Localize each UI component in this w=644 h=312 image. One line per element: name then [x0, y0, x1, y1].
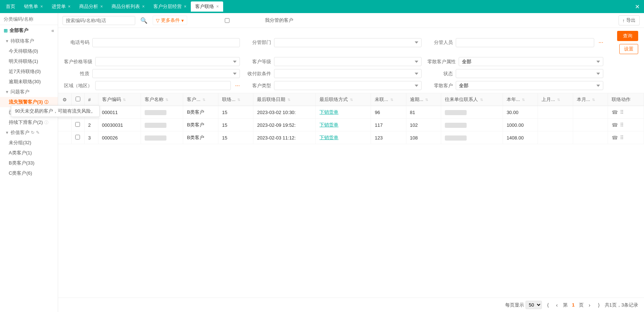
prev-page-button[interactable]: ‹ [554, 301, 560, 309]
row-actions: ☎ ⠿ [608, 106, 644, 119]
tab-goods-analysis[interactable]: 商品分析 × [75, 1, 107, 12]
sidebar-search-input[interactable] [4, 16, 58, 22]
col-overdue[interactable]: 逾期... ⇅ [406, 93, 441, 106]
filter-field-region: 区域（地区） ··· [64, 81, 240, 90]
col-no-contact[interactable]: 未联... ⇅ [371, 93, 406, 106]
sidebar-item-week[interactable]: 近7天待联络(0) [0, 66, 58, 77]
customer-type-select[interactable] [274, 81, 422, 90]
sidebar-group-churning[interactable]: ▼ 问题客户 [0, 87, 58, 97]
row-this-year: 1000.00 [503, 119, 538, 131]
collapse-icon[interactable]: « [51, 28, 54, 33]
sidebar-group-valued[interactable]: ▼ 价值客户 ↻ ✎ [0, 127, 58, 138]
sidebar-item-ungrouped[interactable]: 未分组(32) [0, 138, 58, 148]
sidebar-group-pending[interactable]: ▼ 待联络客户 [0, 36, 58, 46]
person-dots[interactable]: ··· [599, 39, 603, 46]
zero-attr-select[interactable]: 全部 [459, 57, 603, 66]
sidebar-item-overdue[interactable]: 逾期未联络(30) [0, 77, 58, 87]
col-last-method[interactable]: 最后联络方式 ⇅ [316, 93, 371, 106]
value-refresh-icon[interactable]: ↻ [31, 130, 35, 135]
col-settings[interactable]: ⚙ [58, 93, 71, 106]
tab-sales[interactable]: 销售单 × [20, 1, 47, 12]
query-button[interactable]: 查询 [617, 31, 638, 41]
row-checkbox[interactable] [75, 135, 80, 139]
select-all-checkbox[interactable] [76, 97, 80, 101]
search-input[interactable] [63, 16, 135, 25]
tab-close-goods-analysis[interactable]: × [100, 4, 103, 9]
tab-close-customer-tier[interactable]: × [184, 4, 186, 9]
dept-label: 分管部门 [246, 39, 271, 46]
zero-customer-label: 零散客户 [427, 82, 453, 89]
sidebar-item-today[interactable]: 今天待联络(0) [0, 46, 58, 56]
tab-customer-tier[interactable]: 客户分层经营 × [149, 1, 191, 12]
col-this-year[interactable]: 本年... ⇅ [503, 93, 538, 106]
sidebar-item-tomorrow[interactable]: 明天待联络(1) [0, 56, 58, 66]
sidebar-item-declining[interactable]: 持续下滑客户(2) ⓘ [0, 117, 58, 127]
search-button[interactable]: 🔍 [139, 17, 149, 24]
action-more-icon[interactable]: ⠿ [620, 122, 624, 128]
sort-icon-method: ⇅ [350, 98, 353, 102]
customer-level-label: 客户等级 [246, 58, 271, 65]
tab-close-goods-analysis-table[interactable]: × [142, 4, 145, 9]
tab-close-sales[interactable]: × [40, 4, 43, 9]
tab-purchase[interactable]: 进货单 × [47, 1, 75, 12]
col-name[interactable]: 客户名称 ⇅ [141, 93, 183, 106]
row-checkbox[interactable] [75, 122, 80, 127]
advanced-filter-panel: 电话号码 分管部门 分管人员 ··· 查询 设置 [58, 28, 644, 93]
sidebar-item-b-class[interactable]: B类客户(33) [0, 158, 58, 168]
declining-info-icon[interactable]: ⓘ [44, 120, 48, 125]
tab-customer-contact[interactable]: 客户联络 × [191, 1, 223, 12]
row-check [71, 131, 84, 144]
col-customer-type[interactable]: 客户... ⇅ [183, 93, 218, 106]
sort-icon-no-contact: ⇅ [390, 98, 393, 102]
next-page-button[interactable]: › [587, 301, 593, 309]
first-page-button[interactable]: ⟨ [545, 301, 551, 309]
col-this-month[interactable]: 本月... ⇅ [573, 93, 608, 106]
sort-icon-last-month: ⇅ [557, 98, 560, 102]
action-call-icon[interactable]: ☎ [612, 122, 618, 128]
valued-arrow: ▼ [5, 130, 9, 135]
col-last-date[interactable]: 最后联络日期 ⇅ [253, 93, 316, 106]
phone-input[interactable] [92, 38, 240, 47]
my-customers-label: 我分管的客户 [191, 17, 293, 24]
person-input[interactable] [456, 38, 594, 47]
row-last-date: 2023-02-03 11:12: [253, 131, 316, 144]
settings-button[interactable]: 设置 [619, 44, 638, 54]
col-last-month[interactable]: 上月... ⇅ [538, 93, 573, 106]
tab-home[interactable]: 首页 [1, 3, 20, 10]
close-all-button[interactable]: ✕ [632, 3, 643, 10]
more-conditions-button[interactable]: ▽ 更多条件 ▾ [153, 16, 187, 25]
tab-close-purchase[interactable]: × [68, 4, 71, 9]
sort-icon-contact: ⇅ [237, 98, 240, 102]
sidebar-item-c-class[interactable]: C类客户(6) [0, 168, 58, 178]
payment-select[interactable] [274, 69, 422, 78]
export-button[interactable]: ↑ 导出 [619, 15, 640, 25]
dept-select[interactable] [274, 38, 422, 47]
col-code[interactable]: 客户编码 ⇅ [98, 93, 141, 106]
action-more-icon[interactable]: ⠿ [620, 135, 624, 141]
row-check [71, 119, 84, 131]
page-size-selector: 每页显示 50 [505, 301, 542, 309]
filter-row-3: 性质 收付款条件 状态 [64, 69, 638, 78]
zero-customer-select[interactable]: 全部 [456, 81, 603, 90]
region-input[interactable] [95, 81, 231, 90]
sidebar-all-customers[interactable]: ⊞ 全部客户 « [0, 25, 58, 36]
action-call-icon[interactable]: ☎ [612, 109, 618, 115]
gender-select[interactable] [92, 69, 240, 78]
col-unit-contact[interactable]: 往来单位联系人 ⇅ [441, 93, 503, 106]
my-customers-checkbox[interactable] [191, 18, 263, 23]
action-more-icon[interactable]: ⠿ [620, 109, 624, 115]
churn-risk-info-icon[interactable]: ⓘ [44, 100, 48, 105]
customer-level-select[interactable] [274, 57, 422, 66]
page-size-select[interactable]: 50 [526, 301, 542, 309]
tab-close-customer-contact[interactable]: × [216, 4, 219, 9]
row-last-date: 2023-02-09 19:52: [253, 119, 316, 131]
status-select[interactable] [456, 69, 603, 78]
region-dots[interactable]: ··· [235, 82, 240, 89]
sidebar-item-a-class[interactable]: A类客户(1) [0, 148, 58, 158]
col-contact[interactable]: 联络... ⇅ [218, 93, 253, 106]
price-level-select[interactable] [95, 57, 240, 66]
value-edit-icon[interactable]: ✎ [36, 130, 40, 135]
last-page-button[interactable]: ⟩ [596, 301, 602, 309]
action-call-icon[interactable]: ☎ [612, 135, 618, 141]
tab-goods-analysis-table[interactable]: 商品分析列表 × [107, 1, 149, 12]
